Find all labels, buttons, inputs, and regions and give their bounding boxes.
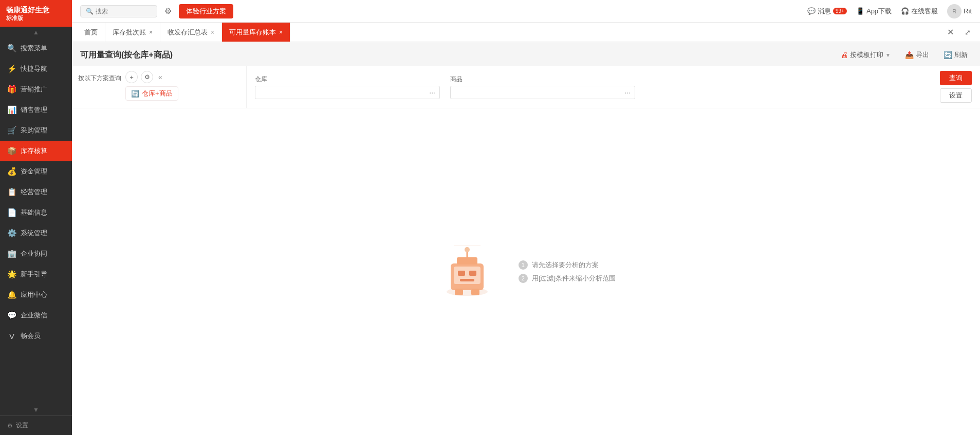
sidebar-item-marketing[interactable]: 🎁 营销推广 — [0, 79, 72, 100]
filter-buttons: 查询 设置 — [940, 71, 972, 103]
sidebar-item-search[interactable]: 🔍 搜索菜单 — [0, 38, 72, 59]
search-input[interactable] — [96, 8, 152, 15]
sidebar-label-system: 系统管理 — [21, 229, 47, 238]
sidebar-item-wechat[interactable]: 💬 企业微信 — [0, 305, 72, 326]
svg-rect-10 — [471, 289, 479, 295]
product-label: 商品 — [450, 75, 635, 84]
sidebar-item-basic[interactable]: 📄 基础信息 — [0, 202, 72, 223]
sidebar-nav: 🔍 搜索菜单 ⚡ 快捷导航 🎁 营销推广 📊 销售管理 🛒 采购管理 📦 库存核… — [0, 38, 72, 404]
sidebar-label-newuser: 新手引导 — [21, 270, 47, 279]
sidebar-item-operations[interactable]: 📋 经营管理 — [0, 182, 72, 202]
tab-summary[interactable]: 收发存汇总表× — [160, 23, 222, 42]
sidebar-label-apps: 应用中心 — [21, 290, 47, 299]
warehouse-input[interactable] — [260, 89, 429, 96]
query-button[interactable]: 查询 — [940, 71, 972, 85]
scheme-warehouse-product[interactable]: 🔄 仓库+商品 — [125, 86, 178, 101]
topbar-right: 💬 消息 99+ 📱 App下载 🎧 在线客服 R Rit — [807, 4, 972, 18]
tab-close-batch[interactable]: × — [149, 29, 153, 36]
svg-rect-4 — [469, 271, 476, 276]
sidebar-item-system[interactable]: ⚙️ 系统管理 — [0, 223, 72, 243]
trial-button[interactable]: 体验行业方案 — [179, 4, 233, 18]
close-tab-btn[interactable]: ✕ — [943, 25, 957, 40]
sidebar: 畅康通好生意 标准版 ▲ 🔍 搜索菜单 ⚡ 快捷导航 🎁 营销推广 📊 销售管理… — [0, 0, 72, 435]
tab-home[interactable]: 首页 — [77, 23, 105, 42]
filter-scheme-row: + ⚙ « — [125, 71, 178, 83]
sidebar-label-search: 搜索菜单 — [21, 44, 47, 53]
collapse-btn[interactable]: « — [156, 72, 164, 82]
system-icon: ⚙️ — [7, 229, 16, 238]
sidebar-label-wechat: 企业微信 — [21, 311, 47, 320]
sidebar-item-apps[interactable]: 🔔 应用中心 — [0, 285, 72, 305]
filter-right: 仓库 ··· 商品 ··· 查询 设置 — [247, 66, 980, 108]
search-icon: 🔍 — [86, 8, 94, 15]
sidebar-footer-settings[interactable]: ⚙ 设置 — [0, 415, 72, 435]
product-more-icon[interactable]: ··· — [624, 88, 631, 97]
sidebar-item-shortcut[interactable]: ⚡ 快捷导航 — [0, 59, 72, 79]
export-label: 导出 — [916, 50, 929, 60]
message-btn[interactable]: 💬 消息 99+ — [807, 7, 847, 16]
sidebar-label-basic: 基础信息 — [21, 208, 47, 217]
app-download-label: App下载 — [866, 7, 892, 16]
service-label: 在线客服 — [911, 7, 938, 16]
filter-label: 按以下方案查询 — [78, 71, 121, 83]
empty-cube-svg — [436, 243, 498, 299]
svg-rect-3 — [458, 271, 465, 276]
topbar: 🔍 ⚙ 体验行业方案 💬 消息 99+ 📱 App下载 🎧 在线客服 R — [72, 0, 980, 23]
sidebar-item-member[interactable]: V 畅会员 — [0, 326, 72, 346]
print-btn[interactable]: 🖨 按模板打印 ▼ — [837, 48, 895, 62]
sidebar-scroll-up[interactable]: ▲ — [0, 27, 72, 38]
sidebar-scroll-down[interactable]: ▼ — [0, 404, 72, 415]
hint-text-2: 用[过滤]条件来缩小分析范围 — [532, 274, 616, 283]
filter-field-warehouse: 仓库 ··· — [255, 75, 440, 99]
add-scheme-btn[interactable]: + — [125, 71, 138, 83]
sidebar-item-sales[interactable]: 📊 销售管理 — [0, 100, 72, 120]
sidebar-label-marketing: 营销推广 — [21, 85, 47, 94]
user-avatar-btn[interactable]: R Rit — [947, 4, 972, 18]
sidebar-item-purchase[interactable]: 🛒 采购管理 — [0, 120, 72, 141]
product-input-box[interactable]: ··· — [450, 86, 635, 99]
sidebar-label-finance: 资金管理 — [21, 167, 47, 176]
tab-close-summary[interactable]: × — [211, 29, 214, 36]
sidebar-item-inventory[interactable]: 📦 库存核算 — [0, 141, 72, 161]
scheme-icon: 🔄 — [131, 90, 139, 98]
edit-scheme-btn[interactable]: ⚙ — [141, 71, 153, 83]
svg-rect-5 — [460, 279, 474, 281]
refresh-btn[interactable]: 🔄 刷新 — [939, 48, 972, 62]
topbar-search-box[interactable]: 🔍 — [80, 5, 157, 17]
sidebar-item-newuser[interactable]: 🌟 新手引导 — [0, 264, 72, 285]
page-header-actions: 🖨 按模板打印 ▼ 📤 导出 🔄 刷新 — [837, 48, 972, 62]
tab-available[interactable]: 可用量库存账本× — [222, 23, 290, 42]
message-badge: 99+ — [833, 8, 847, 14]
inventory-icon: 📦 — [7, 146, 16, 156]
message-label: 消息 — [818, 7, 831, 16]
expand-tab-btn[interactable]: ⤢ — [960, 25, 975, 40]
app-download-btn[interactable]: 📱 App下载 — [856, 7, 892, 16]
svg-rect-9 — [455, 289, 463, 295]
settings-button[interactable]: 设置 — [940, 88, 972, 103]
warehouse-input-box[interactable]: ··· — [255, 86, 440, 99]
user-name: Rit — [964, 7, 972, 15]
filter-left: 按以下方案查询 + ⚙ « 🔄 仓库+商品 — [72, 66, 247, 108]
product-input[interactable] — [455, 89, 624, 96]
sidebar-label-purchase: 采购管理 — [21, 126, 47, 135]
settings-icon: ⚙ — [7, 422, 13, 429]
sidebar-item-enterprise[interactable]: 🏢 企业协同 — [0, 243, 72, 264]
filter-field-product: 商品 ··· — [450, 75, 635, 99]
topbar-gear-icon[interactable]: ⚙ — [162, 4, 174, 18]
warehouse-label: 仓库 — [255, 75, 440, 84]
member-icon: V — [7, 332, 16, 341]
sidebar-item-finance[interactable]: 💰 资金管理 — [0, 161, 72, 182]
tab-batch[interactable]: 库存批次账× — [105, 23, 160, 42]
enterprise-icon: 🏢 — [7, 249, 16, 258]
content-area: 1 请先选择要分析的方案 2 用[过滤]条件来缩小分析范围 — [72, 108, 980, 435]
filter-container: 按以下方案查询 + ⚙ « 🔄 仓库+商品 仓库 ··· — [72, 66, 980, 108]
warehouse-more-icon[interactable]: ··· — [429, 88, 435, 97]
tab-close-available[interactable]: × — [279, 29, 283, 36]
empty-hint-2: 2 用[过滤]条件来缩小分析范围 — [519, 274, 616, 283]
export-btn[interactable]: 📤 导出 — [901, 48, 933, 62]
hint-num-2: 2 — [519, 274, 528, 283]
sales-icon: 📊 — [7, 105, 16, 115]
service-btn[interactable]: 🎧 在线客服 — [901, 7, 938, 16]
sidebar-label-enterprise: 企业协同 — [21, 249, 47, 258]
print-icon: 🖨 — [841, 51, 848, 59]
